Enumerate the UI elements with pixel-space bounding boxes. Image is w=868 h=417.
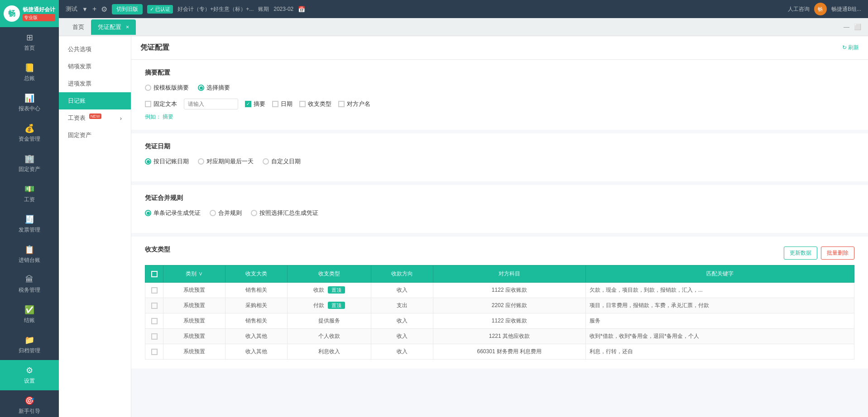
sidebar-logo: 畅 畅捷通好会计 专业版 [0,0,59,27]
radio-summary-generate-circle [251,210,257,216]
leftnav-sales-invoice[interactable]: 销项发票 [59,58,131,75]
sidebar-item-close[interactable]: ✅ 结账 [0,299,59,330]
table-row: 系统预置 销售相关 提供服务 收入 1122 应收账款 服务 [145,313,854,329]
radio-custom-date[interactable]: 自定义日期 [263,157,301,166]
username: 畅捷通B组... [831,5,861,13]
add-icon[interactable]: + [92,5,96,13]
radio-journal-date[interactable]: 按日记账日期 [145,157,189,166]
batch-delete-btn[interactable]: 批量删除 [821,246,854,260]
top-badge-0[interactable]: 置顶 [328,286,345,294]
sidebar-item-guide[interactable]: 🎯 新手引导 [0,390,59,417]
td-checkbox-3[interactable] [145,313,163,329]
refresh-icon: ↻ [842,44,847,51]
leftnav-journal[interactable]: 日记账 [59,92,131,109]
example-text: 例如： 摘要 [145,113,854,121]
income-title: 收支类型 [145,246,170,254]
sidebar-item-settings[interactable]: ⚙ 设置 [0,360,59,390]
leftnav-fixed-assets[interactable]: 固定资产 [59,127,131,144]
switch-version-btn[interactable]: 切到旧版 [112,4,143,14]
sidebar-item-archive[interactable]: 📁 归档管理 [0,330,59,360]
th-account: 对方科目 [433,265,585,283]
radio-select[interactable]: 选择摘要 [198,84,230,92]
income-section: 收支类型 更新数据 批量删除 类别 ∨ [131,237,868,369]
date-title: 凭证日期 [145,142,854,151]
checkbox-fixed-text[interactable]: 固定文本 [145,100,177,108]
radio-template[interactable]: 按模板版摘要 [145,84,189,92]
sidebar-item-ledger[interactable]: 📒 总账 [0,57,59,88]
window-controls: — ⬜ [844,24,861,30]
avatar: 畅 [814,3,827,15]
tab-home[interactable]: 首页 [66,19,91,35]
td-checkbox-1[interactable] [145,283,163,298]
topbar: 测试 ▼ + ⚙ 切到旧版 ✓ 已认证 好会计（专）+好生意（标）+... 账期… [59,0,868,18]
tax-icon: 🏛 [25,275,34,284]
td-checkbox-4[interactable] [145,329,163,344]
maximize-icon[interactable]: ⬜ [854,24,861,30]
update-data-btn[interactable]: 更新数据 [784,246,817,260]
checkbox-summary-box [245,101,251,107]
assets-icon: 🏢 [24,154,34,164]
select-all-checkbox[interactable] [151,271,158,277]
date-radio-group: 按日记账日期 对应期间最后一天 自定义日期 [145,157,854,166]
table-header-row: 类别 ∨ 收支大类 收支类型 收款方向 [145,265,854,283]
table-row: 系统预置 收入其他 个人收款 收入 1221 其他应收款 收到*借款，收到*备用… [145,329,854,344]
period-value: 2023-02 [273,6,293,12]
extra-tags: 好会计（专）+好生意（标）+... [177,5,254,13]
date-section: 凭证日期 按日记账日期 对应期间最后一天 自定义日期 [131,133,868,185]
th-checkbox [145,265,163,283]
leftnav: 公共选项 销项发票 进项发票 日记账 工资表 NEW › 固定资产 [59,36,131,417]
tab-voucher-config[interactable]: 凭证配置 × [91,19,136,35]
radio-merge-rule[interactable]: 合并规则 [210,209,242,217]
tabbar: 首页 凭证配置 × — ⬜ [59,18,868,36]
checkbox-summary[interactable]: 摘要 [245,100,265,108]
checkbox-income-type[interactable]: 收支类型 [299,100,331,108]
leftnav-purchase-invoice[interactable]: 进项发票 [59,75,131,92]
service-link[interactable]: 人工咨询 [788,5,810,13]
org-dropdown-icon[interactable]: ▼ [82,6,88,13]
leftnav-public[interactable]: 公共选项 [59,41,131,58]
tab-close-icon[interactable]: × [126,24,129,30]
checkbox-counterparty[interactable]: 对方户名 [338,100,370,108]
summary-radio-group: 按模板版摘要 选择摘要 [145,84,854,92]
sidebar-item-invoice[interactable]: 🧾 发票管理 [0,209,59,239]
checkbox-date-box [272,101,278,107]
purchase-icon: 📋 [24,245,34,255]
topbar-right: 人工咨询 畅 畅捷通B组... [788,3,861,15]
radio-period-last[interactable]: 对应期间最后一天 [198,157,254,166]
archive-icon: 📁 [24,335,34,345]
sidebar-item-reports[interactable]: 📊 报表中心 [0,88,59,118]
td-checkbox-2[interactable] [145,298,163,313]
fixed-text-input[interactable] [184,99,238,109]
certified-tag: ✓ 已认证 [147,5,173,14]
radio-period-last-circle [198,158,204,165]
sidebar-item-funds[interactable]: 💰 资金管理 [0,118,59,148]
minimize-icon[interactable]: — [844,24,849,30]
leftnav-payroll[interactable]: 工资表 NEW › [59,109,131,127]
gear-icon[interactable]: ⚙ [101,5,107,14]
radio-summary-generate[interactable]: 按照选择汇总生成凭证 [251,209,318,217]
checkbox-income-type-box [299,101,306,107]
top-badge-1[interactable]: 置顶 [328,302,345,309]
table-row: 系统预置 采购相关 付款 置顶 支出 2202 应付账款 项目，日常费用，报销款… [145,298,854,313]
sidebar-item-purchase[interactable]: 📋 进销台账 [0,239,59,270]
radio-single-record-circle [145,210,151,216]
settings-icon: ⚙ [26,365,33,375]
td-checkbox-5[interactable] [145,344,163,360]
sidebar-item-salary[interactable]: 💵 工资 [0,179,59,209]
logo-icon: 畅 [4,5,20,22]
sidebar: 畅 畅捷通好会计 专业版 ⊞ 首页 📒 总账 📊 报表中心 💰 资金管理 🏢 固… [0,0,59,417]
table-header: 收支类型 更新数据 批量删除 [145,246,854,261]
summary-checkbox-row: 固定文本 摘要 日期 收支类型 [145,99,854,109]
checkbox-date[interactable]: 日期 [272,100,293,108]
calendar-icon[interactable]: 📅 [298,6,305,13]
close-accounts-icon: ✅ [24,305,34,315]
th-category[interactable]: 类别 ∨ [163,265,225,283]
sidebar-item-assets[interactable]: 🏢 固定资产 [0,148,59,179]
income-table: 类别 ∨ 收支大类 收支类型 收款方向 [145,265,854,360]
radio-single-record[interactable]: 单条记录生成凭证 [145,209,201,217]
refresh-btn[interactable]: ↻ 刷新 [842,44,859,52]
sidebar-item-tax[interactable]: 🏛 税务管理 [0,270,59,299]
checkbox-fixed-text-box [145,101,151,107]
sidebar-item-home[interactable]: ⊞ 首页 [0,27,59,57]
arrow-icon: › [120,115,122,122]
